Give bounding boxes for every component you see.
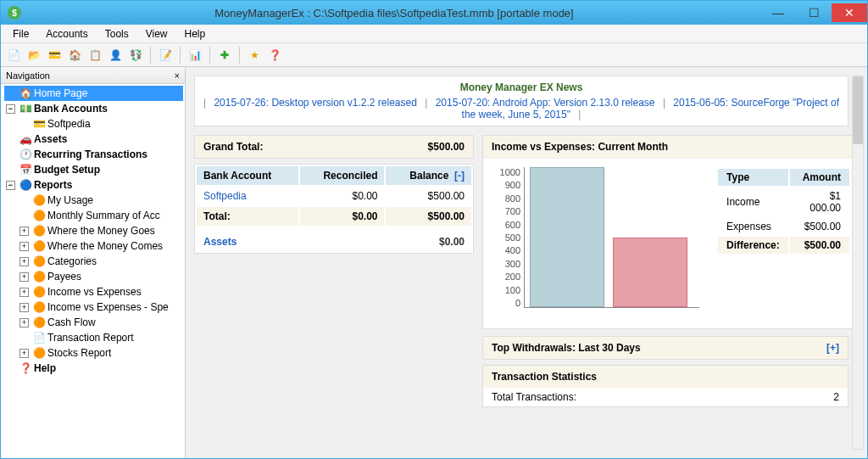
bar-chart: 10009008007006005004003002001000 (492, 167, 699, 320)
report-icon: 🟠 (32, 270, 46, 283)
toolbar-home-icon[interactable]: 🏠 (65, 46, 84, 64)
menubar: File Accounts Tools View Help (1, 25, 867, 43)
minimize-button[interactable]: — (760, 3, 796, 22)
expand-icon[interactable]: + (19, 318, 29, 327)
clock-icon: 🕐 (19, 148, 32, 161)
scrollbar-thumb[interactable] (853, 76, 863, 144)
app-icon: $ (8, 6, 21, 20)
collapse-icon[interactable]: − (6, 104, 15, 114)
report-icon: 🟠 (32, 255, 46, 268)
total-reconciled: $0.00 (300, 207, 385, 226)
stats-title: Transaction Statistics (492, 371, 597, 383)
toolbar-filter-icon[interactable]: 📝 (156, 46, 175, 64)
expand-toggle[interactable]: [+] (826, 342, 839, 354)
stats-panel: Transaction Statistics Total Transaction… (482, 365, 849, 407)
nav-report-label: My Usage (47, 193, 93, 208)
report-icon: 🟠 (32, 346, 46, 360)
col-reconciled: Reconciled (300, 166, 385, 185)
nav-bank-accounts[interactable]: −💵Bank Accounts (4, 101, 183, 116)
menu-view[interactable]: View (137, 25, 176, 42)
nav-report-label: Monthly Summary of Acc (47, 208, 160, 223)
collapse-icon[interactable]: − (6, 181, 15, 190)
expand-icon[interactable]: + (19, 272, 29, 282)
nav-report-item[interactable]: +🟠Where the Money Comes (18, 238, 183, 254)
nav-recurring[interactable]: 🕐Recurring Transactions (4, 147, 183, 162)
expand-icon[interactable]: + (19, 349, 29, 358)
nav-report-item[interactable]: 📄Transaction Report (18, 330, 183, 345)
collapse-toggle[interactable]: [-] (454, 170, 465, 182)
nav-reports[interactable]: −🔵Reports (4, 177, 183, 193)
nav-report-item[interactable]: +🟠Where the Money Goes (18, 223, 183, 238)
total-balance: $500.00 (386, 207, 471, 226)
menu-help[interactable]: Help (176, 25, 214, 42)
expand-icon[interactable]: + (19, 242, 29, 251)
home-icon: 🏠 (19, 87, 32, 100)
nav-report-label: Where the Money Goes (47, 223, 155, 238)
nav-report-item[interactable]: 🟠Monthly Summary of Acc (18, 208, 183, 223)
toolbar-add-icon[interactable]: ✚ (215, 46, 234, 64)
nav-budget[interactable]: 📅Budget Setup (4, 162, 183, 177)
nav-report-item[interactable]: +🟠Payees (18, 269, 183, 284)
nav-assets[interactable]: 🚗Assets (4, 132, 183, 147)
assets-row: Assets $0.00 (197, 227, 471, 251)
account-link-softpedia[interactable]: Softpedia (203, 190, 247, 202)
navigation-header-label: Navigation (6, 70, 50, 81)
expand-icon[interactable]: + (19, 257, 29, 266)
toolbar-currency-icon[interactable]: 💱 (126, 46, 145, 64)
toolbar-account-icon[interactable]: 💳 (45, 46, 64, 64)
news-link-2[interactable]: 2015-07-20: Android App: Version 2.13.0 … (436, 97, 655, 109)
summary-difference-row: Difference: $500.00 (718, 237, 849, 254)
nav-report-item[interactable]: +🟠Categories (18, 254, 183, 269)
expand-icon[interactable]: + (19, 288, 29, 297)
navigation-header: Navigation × (1, 67, 185, 84)
chart-y-axis: 10009008007006005004003002001000 (492, 167, 520, 308)
toolbar-payees-icon[interactable]: 👤 (106, 46, 125, 64)
titlebar: $ MoneyManagerEx : C:\Softpedia files\So… (1, 1, 867, 25)
nav-report-label: Cash Flow (47, 315, 96, 330)
nav-report-label: Income vs Expenses - Spe (47, 299, 169, 315)
navigation-panel: Navigation × 🏠Home Page −💵Bank Accounts … (1, 67, 186, 458)
menu-tools[interactable]: Tools (97, 25, 137, 42)
col-bank-account: Bank Account (197, 166, 298, 185)
chart-title: Income vs Expenses: Current Month (483, 136, 860, 159)
toolbar-reports-icon[interactable]: 📊 (186, 46, 204, 64)
window-title: MoneyManagerEx : C:\Softpedia files\Soft… (28, 7, 760, 20)
nav-report-item[interactable]: +🟠Income vs Expenses (18, 284, 183, 299)
assets-link[interactable]: Assets (203, 236, 236, 248)
nav-report-label: Payees (47, 269, 81, 284)
close-button[interactable]: ✕ (832, 3, 867, 22)
expand-icon[interactable]: + (19, 303, 29, 312)
stats-total-value: 2 (833, 391, 839, 403)
toolbar-new-icon[interactable]: 📄 (4, 46, 23, 64)
car-icon: 🚗 (19, 132, 32, 146)
y-tick-label: 500 (492, 232, 520, 243)
nav-home[interactable]: 🏠Home Page (4, 86, 183, 101)
nav-report-item[interactable]: 🟠My Usage (18, 193, 183, 208)
nav-close-icon[interactable]: × (175, 70, 180, 81)
withdrawals-title: Top Withdrawals: Last 30 Days (492, 342, 641, 354)
y-tick-label: 700 (492, 206, 520, 216)
nav-help[interactable]: ❓Help (4, 361, 183, 376)
maximize-button[interactable]: ☐ (796, 3, 832, 22)
nav-report-item[interactable]: +🟠Income vs Expenses - Spe (18, 299, 183, 315)
help-icon: ❓ (19, 361, 32, 375)
nav-report-item[interactable]: +🟠Cash Flow (18, 315, 183, 330)
calendar-icon: 📅 (19, 163, 32, 176)
vertical-scrollbar[interactable] (852, 76, 864, 450)
menu-file[interactable]: File (4, 25, 37, 42)
toolbar-star-icon[interactable]: ★ (245, 46, 264, 64)
news-link-1[interactable]: 2015-07-26: Desktop version v1.2.2 relea… (214, 97, 416, 109)
nav-bank-softpedia[interactable]: 💳Softpedia (18, 116, 183, 132)
stats-total-label: Total Transactions: (492, 391, 576, 403)
chart-bar-expenses (613, 238, 687, 308)
report-icon: 🟠 (32, 224, 46, 238)
toolbar-categories-icon[interactable]: 📋 (86, 46, 104, 64)
toolbar-help-icon[interactable]: ❓ (265, 46, 284, 64)
y-tick-label: 100 (492, 285, 520, 295)
toolbar-open-icon[interactable]: 📂 (25, 46, 43, 64)
menu-accounts[interactable]: Accounts (37, 25, 96, 42)
report-icon: 🟠 (32, 239, 46, 253)
nav-report-item[interactable]: +🟠Stocks Report (18, 345, 183, 361)
content-area: Money Manager EX News | 2015-07-26: Desk… (186, 67, 867, 458)
expand-icon[interactable]: + (19, 227, 29, 236)
